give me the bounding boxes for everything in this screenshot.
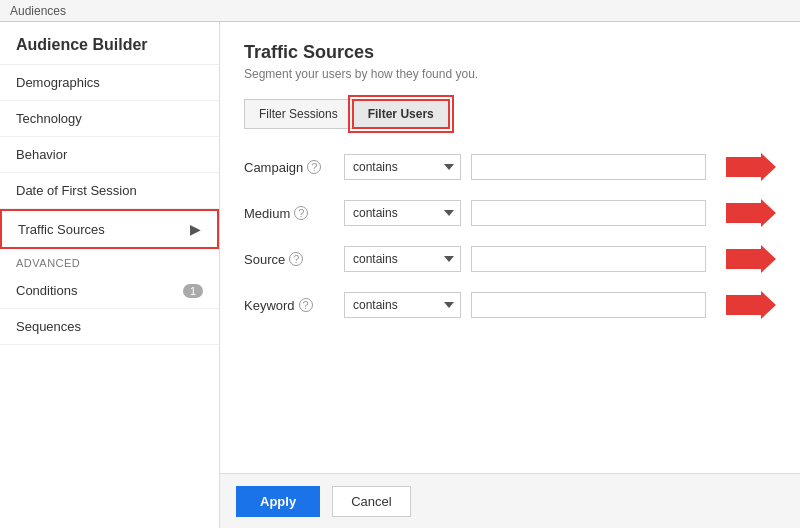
source-operator-select[interactable]: contains exactly matches xyxy=(344,246,461,272)
filter-users-button[interactable]: Filter Users xyxy=(352,99,450,129)
medium-label: Medium ? xyxy=(244,206,334,221)
apply-button[interactable]: Apply xyxy=(236,486,320,517)
sidebar-item-behavior[interactable]: Behavior xyxy=(0,137,219,173)
campaign-label: Campaign ? xyxy=(244,160,334,175)
campaign-operator-select[interactable]: contains exactly matches begins with end… xyxy=(344,154,461,180)
keyword-row: Keyword ? contains exactly matches xyxy=(244,291,776,319)
top-bar: Audiences xyxy=(0,0,800,22)
filter-sessions-button[interactable]: Filter Sessions xyxy=(244,99,352,129)
sidebar-item-traffic-sources[interactable]: Traffic Sources ▶ xyxy=(0,209,219,249)
campaign-red-arrow xyxy=(726,153,776,181)
sidebar: Audience Builder Demographics Technology… xyxy=(0,22,220,528)
top-bar-title: Audiences xyxy=(10,4,66,18)
sidebar-item-sequences[interactable]: Sequences xyxy=(0,309,219,345)
keyword-help-icon[interactable]: ? xyxy=(299,298,313,312)
keyword-operator-select[interactable]: contains exactly matches xyxy=(344,292,461,318)
medium-row: Medium ? contains exactly matches xyxy=(244,199,776,227)
source-row: Source ? contains exactly matches xyxy=(244,245,776,273)
medium-help-icon[interactable]: ? xyxy=(294,206,308,220)
page-subtitle: Segment your users by how they found you… xyxy=(244,67,776,81)
sidebar-header: Audience Builder xyxy=(0,22,219,65)
keyword-value-input[interactable] xyxy=(471,292,706,318)
medium-red-arrow xyxy=(726,199,776,227)
svg-marker-3 xyxy=(726,291,776,319)
sidebar-item-technology[interactable]: Technology xyxy=(0,101,219,137)
sidebar-item-date-of-first-session[interactable]: Date of First Session xyxy=(0,173,219,209)
sidebar-item-demographics[interactable]: Demographics xyxy=(0,65,219,101)
keyword-red-arrow xyxy=(726,291,776,319)
campaign-help-icon[interactable]: ? xyxy=(307,160,321,174)
medium-operator-select[interactable]: contains exactly matches xyxy=(344,200,461,226)
source-help-icon[interactable]: ? xyxy=(289,252,303,266)
arrow-right-icon: ▶ xyxy=(190,221,201,237)
svg-marker-2 xyxy=(726,245,776,273)
advanced-section-label: Advanced xyxy=(0,249,219,273)
sidebar-item-conditions[interactable]: Conditions 1 xyxy=(0,273,219,309)
main-content: Traffic Sources Segment your users by ho… xyxy=(220,22,800,528)
source-red-arrow xyxy=(726,245,776,273)
medium-value-input[interactable] xyxy=(471,200,706,226)
content-area: Traffic Sources Segment your users by ho… xyxy=(220,22,800,473)
campaign-value-input[interactable] xyxy=(471,154,706,180)
source-label: Source ? xyxy=(244,252,334,267)
svg-marker-0 xyxy=(726,153,776,181)
campaign-row: Campaign ? contains exactly matches begi… xyxy=(244,153,776,181)
svg-marker-1 xyxy=(726,199,776,227)
conditions-badge: 1 xyxy=(183,284,203,298)
source-value-input[interactable] xyxy=(471,246,706,272)
cancel-button[interactable]: Cancel xyxy=(332,486,410,517)
page-title: Traffic Sources xyxy=(244,42,776,63)
keyword-label: Keyword ? xyxy=(244,298,334,313)
bottom-bar: Apply Cancel xyxy=(220,473,800,528)
filter-buttons: Filter Sessions Filter Users xyxy=(244,99,776,129)
